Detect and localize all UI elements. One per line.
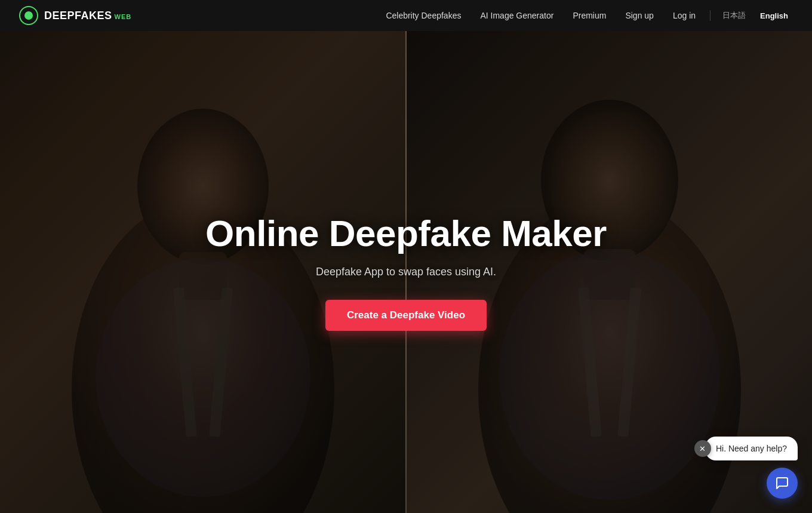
- chat-message: Hi. Need any help?: [716, 444, 787, 453]
- hero-content: Online Deepfake Maker Deepfake App to sw…: [193, 213, 619, 331]
- chat-bubble: ✕ Hi. Need any help?: [705, 437, 798, 460]
- nav-celebrity-deepfakes[interactable]: Celebrity Deepfakes: [379, 7, 468, 24]
- nav-divider: [710, 10, 710, 21]
- nav-log-in[interactable]: Log in: [666, 7, 703, 24]
- chat-widget: ✕ Hi. Need any help?: [705, 437, 798, 499]
- logo-link[interactable]: DEEPFAKES WEB: [19, 6, 131, 25]
- lang-en-button[interactable]: English: [755, 9, 793, 23]
- cta-button[interactable]: Create a Deepfake Video: [325, 300, 487, 331]
- logo-icon-inner: [24, 11, 33, 20]
- hero-title: Online Deepfake Maker: [205, 213, 607, 254]
- hero-section: Online Deepfake Maker Deepfake App to sw…: [0, 31, 812, 513]
- lang-ja-button[interactable]: 日本語: [718, 8, 751, 23]
- logo-text: DEEPFAKES WEB: [44, 10, 131, 22]
- nav-sign-up[interactable]: Sign up: [618, 7, 660, 24]
- nav-ai-image-generator[interactable]: AI Image Generator: [473, 7, 561, 24]
- brand-name: DEEPFAKES: [44, 10, 112, 22]
- hero-subtitle: Deepfake App to swap faces using AI.: [205, 266, 607, 278]
- nav-premium[interactable]: Premium: [565, 7, 613, 24]
- chat-close-button[interactable]: ✕: [694, 440, 711, 457]
- brand-sub: WEB: [115, 13, 132, 20]
- chat-toggle-button[interactable]: [767, 468, 798, 499]
- logo-icon: [19, 6, 38, 25]
- navbar: DEEPFAKES WEB Celebrity Deepfakes AI Ima…: [0, 0, 812, 31]
- chat-icon: [775, 476, 789, 490]
- nav-links: Celebrity Deepfakes AI Image Generator P…: [379, 7, 793, 24]
